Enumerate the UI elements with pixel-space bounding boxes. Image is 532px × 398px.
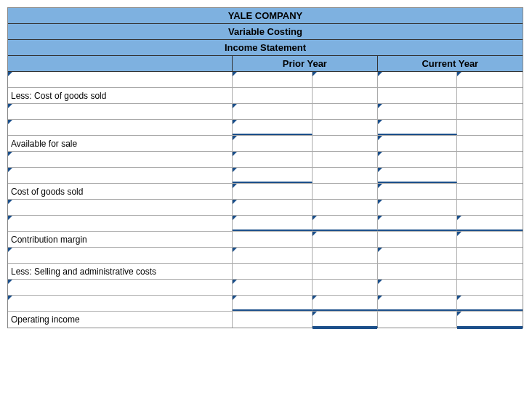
value-cell	[378, 312, 458, 328]
value-cell[interactable]	[233, 248, 313, 263]
value-cell	[233, 232, 313, 247]
label-cell[interactable]	[8, 296, 233, 311]
label-cell[interactable]	[8, 248, 233, 263]
label-text: Less: Cost of goods sold	[8, 91, 106, 101]
value-cell[interactable]	[233, 280, 313, 295]
table-row	[8, 216, 523, 232]
dropdown-icon	[313, 216, 317, 220]
value-cell[interactable]	[313, 312, 378, 328]
value-cell	[313, 280, 378, 295]
value-cell[interactable]	[233, 136, 313, 151]
dropdown-icon	[233, 104, 237, 108]
dropdown-icon	[8, 216, 12, 220]
value-cell[interactable]	[378, 200, 458, 215]
label-cell[interactable]	[8, 216, 233, 231]
report-name: Variable Costing	[228, 26, 302, 37]
value-cell	[457, 264, 523, 279]
dropdown-icon	[233, 216, 237, 220]
value-cell[interactable]	[378, 184, 458, 199]
table-row	[8, 280, 523, 296]
dropdown-icon	[378, 200, 382, 204]
label-cell: Cost of goods sold	[8, 184, 233, 199]
label-cell[interactable]	[8, 200, 233, 215]
dropdown-icon	[378, 248, 382, 252]
value-cell	[457, 152, 523, 167]
table-row: Less: Cost of goods sold	[8, 88, 523, 104]
dropdown-icon	[378, 72, 382, 76]
table-row	[8, 168, 523, 184]
value-cell[interactable]	[378, 280, 458, 295]
value-cell[interactable]	[457, 216, 523, 231]
value-cell	[457, 184, 523, 199]
dropdown-icon	[233, 168, 237, 172]
value-cell[interactable]	[233, 296, 313, 311]
value-cell[interactable]	[378, 72, 458, 87]
label-cell: Contribution margin	[8, 232, 233, 247]
label-cell[interactable]	[8, 72, 233, 87]
dropdown-icon	[378, 216, 382, 220]
value-cell	[313, 136, 378, 151]
dropdown-icon	[378, 280, 382, 284]
value-cell[interactable]	[378, 136, 458, 151]
table-row	[8, 72, 523, 88]
label-cell[interactable]	[8, 104, 233, 119]
label-cell: Available for sale	[8, 136, 233, 151]
dropdown-icon	[8, 104, 12, 108]
value-cell[interactable]	[233, 200, 313, 215]
value-cell	[457, 104, 523, 119]
dropdown-icon	[8, 72, 12, 76]
dropdown-icon	[8, 120, 12, 124]
dropdown-icon	[233, 72, 237, 76]
header-report: Variable Costing	[8, 24, 523, 40]
value-cell[interactable]	[233, 152, 313, 167]
value-cell[interactable]	[313, 72, 378, 87]
value-cell[interactable]	[457, 312, 523, 328]
col-prior-year: Prior Year	[233, 56, 377, 71]
value-cell[interactable]	[378, 104, 458, 119]
value-cell[interactable]	[378, 248, 458, 263]
table-row	[8, 200, 523, 216]
value-cell[interactable]	[313, 232, 378, 247]
dropdown-icon	[8, 200, 12, 204]
value-cell	[457, 120, 523, 135]
table-row: Less: Selling and administrative costs	[8, 264, 523, 280]
value-cell[interactable]	[457, 232, 523, 247]
value-cell[interactable]	[378, 296, 458, 311]
dropdown-icon	[457, 312, 462, 316]
value-cell[interactable]	[457, 72, 523, 87]
value-cell	[457, 280, 523, 295]
table-row: Cost of goods sold	[8, 184, 523, 200]
value-cell	[457, 88, 523, 103]
value-cell[interactable]	[378, 152, 458, 167]
label-cell[interactable]	[8, 120, 233, 135]
value-cell[interactable]	[233, 216, 313, 231]
dropdown-icon	[8, 296, 12, 300]
company-name: YALE COMPANY	[228, 10, 303, 21]
label-text: Operating income	[8, 314, 80, 325]
value-cell[interactable]	[233, 184, 313, 199]
value-cell	[313, 200, 378, 215]
dropdown-icon	[378, 136, 382, 140]
value-cell	[457, 136, 523, 151]
dropdown-icon	[233, 200, 237, 204]
value-cell[interactable]	[233, 72, 313, 87]
value-cell[interactable]	[233, 120, 313, 135]
value-cell	[313, 168, 378, 183]
value-cell[interactable]	[378, 168, 458, 183]
value-cell[interactable]	[313, 296, 378, 311]
dropdown-icon	[233, 152, 237, 156]
value-cell[interactable]	[378, 120, 458, 135]
value-cell[interactable]	[233, 168, 313, 183]
dropdown-icon	[378, 168, 382, 172]
dropdown-icon	[8, 152, 12, 156]
label-cell[interactable]	[8, 280, 233, 295]
label-cell[interactable]	[8, 168, 233, 183]
label-cell: Less: Selling and administrative costs	[8, 264, 233, 279]
value-cell[interactable]	[457, 296, 523, 311]
label-cell[interactable]	[8, 152, 233, 167]
value-cell[interactable]	[378, 216, 458, 231]
dropdown-icon	[8, 168, 12, 172]
value-cell[interactable]	[233, 104, 313, 119]
value-cell	[313, 184, 378, 199]
value-cell[interactable]	[313, 216, 378, 231]
